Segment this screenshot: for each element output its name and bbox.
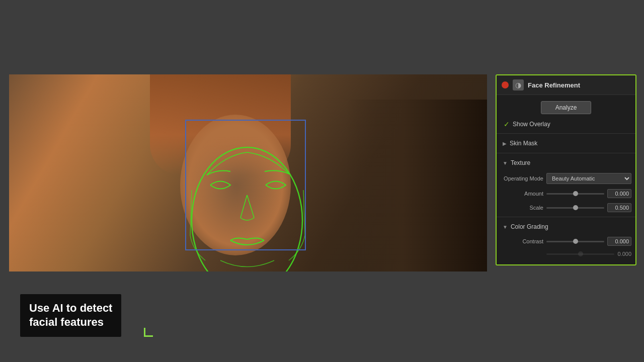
texture-section-header[interactable]: ▼ Texture bbox=[497, 155, 635, 170]
amount-row: Amount bbox=[497, 187, 635, 201]
scale-value[interactable] bbox=[607, 203, 631, 212]
scale-row: Scale bbox=[497, 201, 635, 215]
close-button[interactable] bbox=[502, 81, 509, 88]
operating-mode-select[interactable]: Beauty Automatic bbox=[546, 173, 631, 184]
face-refinement-panel: ◑ Face Refinement Analyze ✓ Show Overlay… bbox=[496, 74, 636, 265]
panel-icon: ◑ bbox=[513, 79, 524, 90]
partial-row: 0.000 bbox=[497, 248, 635, 259]
panel-header: ◑ Face Refinement bbox=[497, 75, 635, 95]
operating-mode-label: Operating Mode bbox=[501, 175, 543, 182]
partial-value: 0.000 bbox=[617, 251, 631, 257]
show-overlay-row[interactable]: ✓ Show Overlay bbox=[497, 118, 635, 130]
contrast-label: Contrast bbox=[501, 238, 543, 244]
panel-title: Face Refinement bbox=[528, 81, 580, 89]
panel-icon-glyph: ◑ bbox=[515, 81, 521, 89]
amount-slider[interactable] bbox=[546, 193, 604, 195]
divider-3 bbox=[497, 217, 635, 217]
color-grading-label: Color Grading bbox=[511, 223, 548, 230]
video-container: Face Analysis Processing (16%) Cancel bbox=[9, 74, 487, 272]
skin-mask-chevron: ▶ bbox=[503, 141, 507, 146]
amount-value[interactable] bbox=[607, 189, 631, 198]
skin-mask-label: Skin Mask bbox=[510, 140, 537, 147]
texture-chevron: ▼ bbox=[503, 160, 508, 166]
video-background: Face Analysis Processing (16%) Cancel bbox=[9, 74, 487, 272]
scale-slider[interactable] bbox=[546, 207, 604, 209]
partial-slider[interactable] bbox=[546, 253, 614, 255]
skin-mask-section-header[interactable]: ▶ Skin Mask bbox=[497, 136, 635, 151]
divider-1 bbox=[497, 133, 635, 134]
texture-label: Texture bbox=[511, 159, 530, 166]
divider-2 bbox=[497, 153, 635, 153]
operating-mode-row: Operating Mode Beauty Automatic bbox=[497, 170, 635, 187]
color-grading-chevron: ▼ bbox=[503, 224, 508, 230]
tooltip-line1: Use AI to detect bbox=[29, 302, 112, 314]
tooltip-corner-indicator bbox=[144, 328, 153, 337]
contrast-value[interactable] bbox=[607, 237, 631, 246]
tooltip-box: Use AI to detect facial features bbox=[20, 294, 121, 337]
analyze-button[interactable]: Analyze bbox=[541, 101, 592, 114]
show-overlay-label: Show Overlay bbox=[513, 121, 550, 128]
tooltip-line2: facial features bbox=[29, 316, 104, 328]
contrast-row: Contrast bbox=[497, 234, 635, 248]
contrast-slider[interactable] bbox=[546, 241, 604, 242]
scale-label: Scale bbox=[501, 205, 543, 211]
color-grading-section-header[interactable]: ▼ Color Grading bbox=[497, 219, 635, 234]
amount-label: Amount bbox=[501, 191, 543, 197]
show-overlay-checkmark: ✓ bbox=[504, 120, 510, 128]
